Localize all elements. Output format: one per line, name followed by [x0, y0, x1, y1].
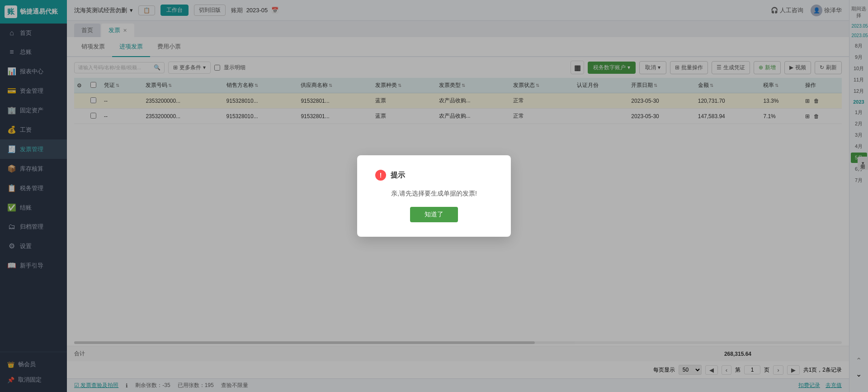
modal-header: ! 提示 — [375, 170, 405, 181]
warning-icon: ! — [375, 170, 386, 181]
modal-title: 提示 — [391, 171, 405, 180]
modal-ok-button[interactable]: 知道了 — [410, 207, 458, 222]
modal-message: 亲,请先选择要生成单据的发票! — [391, 190, 477, 198]
modal-overlay[interactable]: ! 提示 亲,请先选择要生成单据的发票! 知道了 — [0, 0, 868, 392]
modal-dialog: ! 提示 亲,请先选择要生成单据的发票! 知道了 — [357, 155, 511, 237]
